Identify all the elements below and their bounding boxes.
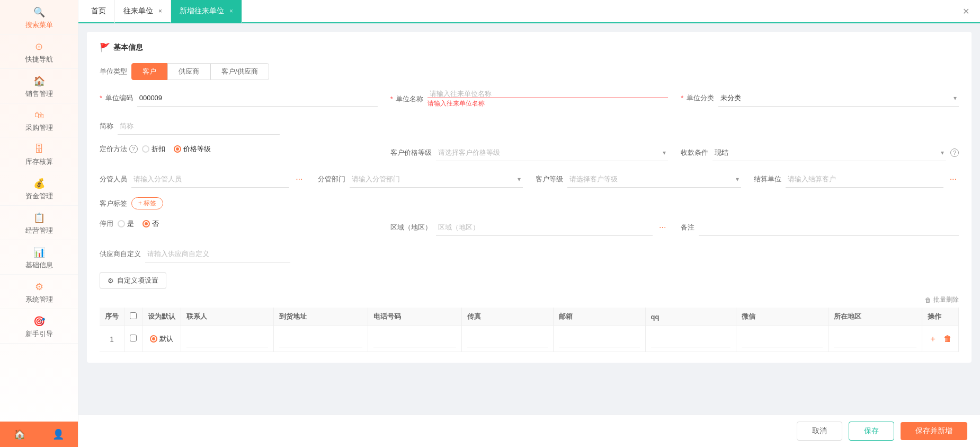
col-seq: 序号: [100, 308, 124, 326]
sidebar-system-label: 系统管理: [25, 295, 53, 304]
unit-code-input[interactable]: [137, 90, 378, 107]
sidebar-item-inventory[interactable]: 🗄 库存核算: [0, 137, 78, 171]
customer-price-level-placeholder: 请选择客户价格等级: [438, 148, 661, 157]
row-address-input[interactable]: [279, 330, 362, 347]
code-name-category-row: * 单位编码 * 单位名称 请输入往来单位名称: [100, 90, 959, 108]
select-all-checkbox[interactable]: [130, 312, 137, 319]
tab-contacts-close[interactable]: ×: [158, 7, 162, 15]
section-title: 🚩 基本信息: [100, 42, 959, 52]
tab-new-contact[interactable]: 新增往来单位 ×: [171, 0, 242, 23]
payment-terms-label: 收款条件: [681, 148, 708, 157]
col-wechat: 微信: [736, 308, 828, 326]
customer-level-field: 客户等级 请选择客户等级 ▾: [536, 171, 741, 188]
basic-info-card: 🚩 基本信息 单位类型 客户 供应商 客户/供应商 *: [87, 32, 972, 363]
sidebar-newbie-label: 新手引导: [25, 329, 53, 339]
footer-home-btn[interactable]: 🏠: [0, 422, 39, 447]
sidebar-item-basic-info[interactable]: 📊 基础信息: [0, 240, 78, 275]
cancel-button[interactable]: 取消: [797, 422, 842, 441]
unit-category-select[interactable]: 未分类 ▾: [718, 90, 959, 107]
payment-terms-select[interactable]: 现结 ▾: [712, 144, 946, 161]
col-action: 操作: [922, 308, 958, 326]
form-footer: 取消 保存 保存并新增: [78, 415, 980, 447]
sidebar-item-purchase[interactable]: 🛍 采购管理: [0, 103, 78, 137]
area-input[interactable]: [436, 219, 653, 236]
row-checkbox[interactable]: [130, 335, 137, 341]
sidebar-item-quick-nav[interactable]: ⊙ 快捷导航: [0, 34, 78, 69]
customer-price-level-chevron: ▾: [663, 149, 666, 156]
row-phone-input[interactable]: [373, 330, 456, 347]
settlement-unit-more-btn[interactable]: ···: [948, 174, 959, 184]
tab-home-label: 首页: [91, 6, 106, 16]
tab-new-contact-close[interactable]: ×: [229, 7, 233, 15]
row-fax-input[interactable]: [467, 330, 548, 347]
sidebar-item-finance[interactable]: 💰 资金管理: [0, 171, 78, 206]
section-title-text: 基本信息: [113, 43, 143, 52]
row-region-input[interactable]: [834, 330, 916, 347]
sidebar-inventory-label: 库存核算: [25, 157, 53, 166]
department-select[interactable]: 请输入分管部门 ▾: [350, 171, 523, 188]
manager-more-btn[interactable]: ···: [293, 174, 305, 184]
customer-price-level-select[interactable]: 请选择客户价格等级 ▾: [436, 144, 669, 161]
footer-user-btn[interactable]: 👤: [39, 422, 78, 447]
customer-level-chevron: ▾: [736, 176, 739, 183]
type-btn-both[interactable]: 客户/供应商: [210, 63, 269, 80]
window-close-btn[interactable]: ✕: [956, 6, 976, 16]
type-btn-supplier[interactable]: 供应商: [167, 63, 210, 80]
manager-label: 分管人员: [100, 174, 127, 184]
radio-price-level[interactable]: 价格等级: [174, 144, 211, 154]
row-action-icons: ＋ 🗑: [928, 334, 953, 344]
customer-tag-label: 客户标签: [100, 199, 127, 208]
payment-terms-help-icon[interactable]: ?: [950, 148, 959, 157]
table-row: 1 默认: [100, 326, 959, 352]
supplier-custom-label: 供应商自定义: [100, 249, 141, 259]
row-wechat-input[interactable]: [742, 330, 822, 347]
row-qq-input[interactable]: [651, 330, 731, 347]
unit-name-input[interactable]: [427, 90, 668, 98]
area-more-btn[interactable]: ···: [657, 223, 668, 232]
radio-price-level-circle: [174, 145, 181, 153]
sidebar-item-sales[interactable]: 🏠 销售管理: [0, 69, 78, 103]
settlement-unit-label: 结算单位: [754, 174, 781, 184]
add-tag-btn[interactable]: + 标签: [131, 197, 163, 209]
sidebar-item-search[interactable]: 🔍 搜索菜单: [0, 0, 78, 34]
manager-field: 分管人员 ···: [100, 171, 305, 188]
sidebar: 🔍 搜索菜单 ⊙ 快捷导航 🏠 销售管理 🛍 采购管理 🗄 库存核算 💰 资金管…: [0, 0, 78, 447]
unit-category-chevron: ▾: [954, 94, 957, 102]
sidebar-item-newbie[interactable]: 🎯 新手引导: [0, 309, 78, 344]
tab-home[interactable]: 首页: [83, 0, 115, 23]
tag-row: 客户标签 + 标签: [100, 197, 959, 209]
tab-contacts[interactable]: 往来单位 ×: [115, 0, 171, 23]
save-button[interactable]: 保存: [849, 422, 894, 441]
customer-price-level-field: 客户价格等级 请选择客户价格等级 ▾: [390, 144, 669, 161]
supplier-custom-input[interactable]: [145, 246, 290, 262]
sidebar-item-system[interactable]: ⚙ 系统管理: [0, 275, 78, 309]
col-check: [124, 308, 142, 326]
delete-row-btn[interactable]: 🗑: [942, 334, 953, 344]
customer-level-select[interactable]: 请选择客户等级 ▾: [567, 171, 741, 188]
radio-no[interactable]: 否: [142, 219, 159, 229]
save-new-button[interactable]: 保存并新增: [901, 422, 967, 440]
radio-yes[interactable]: 是: [118, 219, 134, 229]
unit-code-label: * 单位编码: [100, 93, 133, 103]
pricing-help-icon[interactable]: ?: [129, 145, 138, 153]
add-row-btn[interactable]: ＋: [928, 334, 938, 344]
settlement-unit-input[interactable]: [786, 171, 943, 188]
custom-settings-btn[interactable]: ⚙ 自定义项设置: [100, 272, 166, 289]
row-qq: [645, 326, 736, 352]
batch-delete-area: 🗑 批量删除: [100, 295, 959, 304]
short-name-input[interactable]: [118, 118, 280, 135]
settlement-unit-field: 结算单位 ···: [754, 171, 959, 188]
row-actions: ＋ 🗑: [922, 326, 958, 352]
manager-input[interactable]: [131, 171, 289, 188]
operations-icon: 📋: [33, 212, 45, 224]
row-default-radio[interactable]: 默认: [148, 334, 175, 344]
sidebar-item-operations[interactable]: 📋 经营管理: [0, 206, 78, 240]
contacts-table: 序号 设为默认 联系人 到货地址 电话号码 传真 邮箱 qq 微信 所在地区: [100, 308, 959, 352]
col-region: 所在地区: [828, 308, 922, 326]
row-email-input[interactable]: [559, 330, 639, 347]
type-btn-customer[interactable]: 客户: [131, 63, 167, 80]
pricing-row: 定价方法 ? 折扣 价格等级 客户: [100, 144, 959, 161]
remarks-input[interactable]: [699, 219, 959, 236]
radio-discount[interactable]: 折扣: [142, 144, 165, 154]
row-contact-input[interactable]: [186, 330, 268, 347]
